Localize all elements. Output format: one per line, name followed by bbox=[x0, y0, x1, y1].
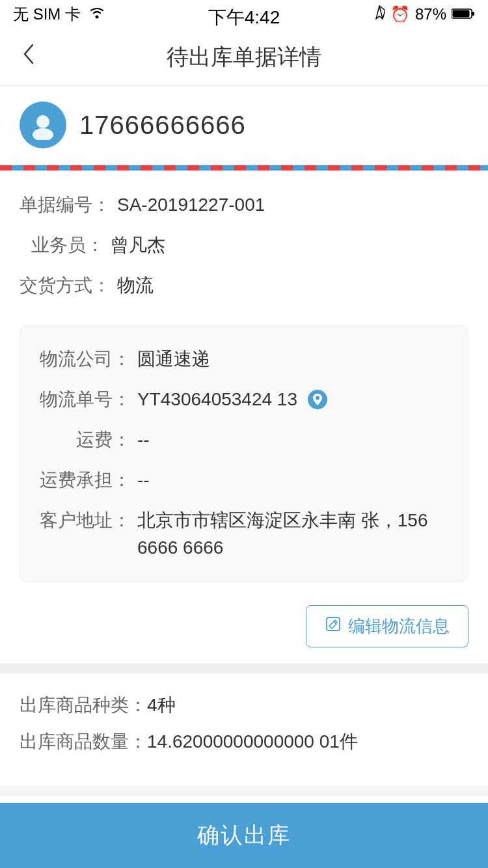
logistics-company-row: 物流公司： 圆通速递 bbox=[40, 346, 448, 373]
freight-bearer-value: -- bbox=[131, 467, 448, 494]
dashed-divider bbox=[0, 165, 488, 170]
goods-quantity-row: 出库商品数量： 14.62000000000000 01件 bbox=[20, 729, 468, 754]
address-row: 客户地址： 北京市市辖区海淀区永丰南 张，156 6666 6666 bbox=[40, 507, 448, 562]
logistics-company-label: 物流公司： bbox=[40, 346, 131, 373]
avatar bbox=[20, 102, 66, 148]
salesman-label: 业务员： bbox=[20, 232, 104, 259]
map-pin-icon[interactable] bbox=[306, 388, 329, 411]
goods-quantity-value: 14.62000000000000 01件 bbox=[147, 729, 468, 754]
wifi-icon bbox=[87, 5, 107, 23]
svg-rect-2 bbox=[453, 10, 470, 18]
svg-rect-3 bbox=[472, 12, 474, 16]
alarm-icon: ⏰ bbox=[390, 5, 410, 23]
back-button[interactable] bbox=[20, 40, 59, 74]
svg-point-7 bbox=[316, 396, 319, 400]
delivery-row: 交货方式： 物流 bbox=[20, 272, 468, 299]
order-no-value: SA-20191227-001 bbox=[111, 191, 468, 219]
status-bar: 无 SIM 卡 下午4:42 ⏰ 87% bbox=[0, 0, 488, 29]
svg-point-4 bbox=[36, 115, 49, 128]
page-title: 待出库单据详情 bbox=[59, 42, 429, 72]
svg-point-5 bbox=[33, 128, 53, 140]
status-right: ⏰ 87% bbox=[373, 5, 475, 23]
edit-icon bbox=[325, 616, 342, 637]
user-phone: 17666666666 bbox=[79, 111, 246, 140]
nav-bar: 待出库单据详情 bbox=[0, 29, 488, 86]
carrier-label: 无 SIM 卡 bbox=[13, 4, 81, 25]
edit-logistics-label: 编辑物流信息 bbox=[348, 615, 450, 638]
goods-types-label: 出库商品种类： bbox=[20, 693, 147, 718]
freight-bearer-row: 运费承担： -- bbox=[40, 467, 448, 494]
order-no-label: 单据编号： bbox=[20, 191, 111, 219]
location-status-icon bbox=[373, 5, 385, 23]
salesman-row: 业务员： 曾凡杰 bbox=[20, 232, 468, 259]
logistics-card: 物流公司： 圆通速递 物流单号： YT43064053424 13 运费： -- bbox=[20, 325, 468, 582]
logistics-tracking-row: 物流单号： YT43064053424 13 bbox=[40, 386, 448, 413]
salesman-value: 曾凡杰 bbox=[104, 232, 468, 259]
battery-percent: 87% bbox=[415, 5, 446, 23]
logistics-company-value: 圆通速递 bbox=[131, 346, 448, 373]
svg-point-0 bbox=[96, 16, 99, 19]
freight-label: 运费： bbox=[40, 426, 131, 454]
edit-btn-row: 编辑物流信息 bbox=[0, 592, 488, 663]
freight-value: -- bbox=[131, 426, 448, 454]
edit-logistics-button[interactable]: 编辑物流信息 bbox=[306, 605, 468, 647]
tracking-no-text: YT43064053424 13 bbox=[137, 386, 297, 413]
confirm-button-label: 确认出库 bbox=[197, 821, 291, 850]
goods-types-value: 4种 bbox=[147, 693, 468, 718]
svg-rect-8 bbox=[327, 617, 340, 631]
section-divider bbox=[0, 663, 488, 673]
order-no-row: 单据编号： SA-20191227-001 bbox=[20, 191, 468, 219]
status-left: 无 SIM 卡 bbox=[13, 4, 107, 25]
basic-info-section: 单据编号： SA-20191227-001 业务员： 曾凡杰 交货方式： 物流 bbox=[0, 172, 488, 325]
confirm-button-bar[interactable]: 确认出库 bbox=[0, 803, 488, 868]
freight-bearer-label: 运费承担： bbox=[40, 467, 131, 494]
address-label: 客户地址： bbox=[40, 507, 131, 534]
goods-types-row: 出库商品种类： 4种 bbox=[20, 693, 468, 718]
delivery-value: 物流 bbox=[111, 272, 468, 299]
battery-icon bbox=[452, 5, 475, 23]
status-time: 下午4:42 bbox=[208, 5, 280, 30]
goods-quantity-label: 出库商品数量： bbox=[20, 729, 147, 754]
logistics-tracking-value: YT43064053424 13 bbox=[131, 386, 448, 413]
goods-section: 出库商品种类： 4种 出库商品数量： 14.62000000000000 01件 bbox=[0, 673, 488, 785]
logistics-container: 物流公司： 圆通速递 物流单号： YT43064053424 13 运费： -- bbox=[0, 325, 488, 663]
delivery-label: 交货方式： bbox=[20, 272, 111, 299]
address-value: 北京市市辖区海淀区永丰南 张，156 6666 6666 bbox=[131, 507, 448, 562]
freight-row: 运费： -- bbox=[40, 426, 448, 454]
user-header: 17666666666 bbox=[0, 86, 488, 164]
logistics-tracking-label: 物流单号： bbox=[40, 386, 131, 413]
